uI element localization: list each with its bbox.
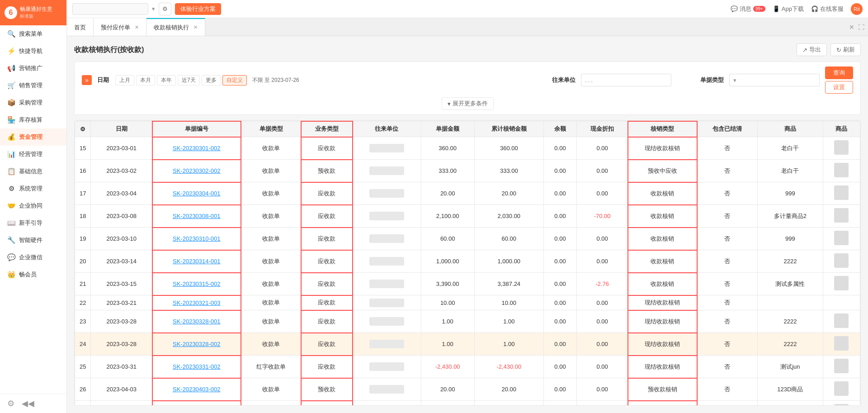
tab-expand[interactable]: ⛶: [858, 24, 864, 31]
product-thumbnail: [834, 336, 849, 351]
date-btn-last-month[interactable]: 上月: [115, 75, 134, 85]
cell-discount: -70.00: [576, 205, 627, 228]
bill-no-link[interactable]: SK-20230328-001: [173, 318, 221, 325]
bill-type-select[interactable]: ▾: [729, 74, 820, 86]
tab-collection-close[interactable]: ✕: [193, 24, 198, 30]
bill-no-link[interactable]: SK-20230321-003: [173, 299, 221, 306]
tab-prepayment[interactable]: 预付应付单 ✕: [94, 18, 146, 36]
refresh-button[interactable]: ↻ 刷新: [830, 43, 861, 56]
sidebar-item-7[interactable]: 📊经营管理: [0, 146, 66, 163]
cell-no: 27: [75, 401, 91, 406]
bill-no-link[interactable]: SK-20230314-001: [173, 258, 221, 265]
sidebar-icon-8: 📋: [7, 167, 15, 176]
cell-no: 15: [75, 137, 91, 160]
bill-no-link[interactable]: SK-20230310-001: [173, 235, 221, 242]
collapse-icon[interactable]: ◀◀: [22, 399, 34, 408]
page-content: 收款核销执行(按收款) ↗ 导出 ↻ 刷新 » 日期 上月 本月: [67, 36, 868, 413]
cell-balance: 0.00: [544, 228, 577, 250]
cell-discount: 0.00: [576, 137, 627, 160]
query-button[interactable]: 查询: [825, 66, 853, 79]
tab-home[interactable]: 首页: [67, 18, 94, 36]
date-btn-this-year[interactable]: 本年: [157, 75, 176, 85]
industry-btn[interactable]: 体验行业方案: [175, 3, 221, 15]
bill-no-link[interactable]: SK-20230403-002: [173, 386, 221, 393]
date-btn-custom[interactable]: 自定义: [222, 75, 247, 85]
sidebar-bottom: ⚙ ◀◀: [0, 394, 66, 413]
sidebar-icon-13: 💬: [7, 253, 15, 261]
sidebar-label-12: 智能硬件: [19, 236, 42, 244]
expand-more-btn[interactable]: ▾ 展开更多条件: [442, 97, 494, 110]
cell-bill-type: 收款单: [241, 295, 301, 310]
bill-no-link[interactable]: SK-20230301-002: [173, 145, 221, 152]
breadcrumb-input[interactable]: [72, 3, 148, 15]
sidebar-item-13[interactable]: 💬企业微信: [0, 249, 66, 266]
cell-verified: 60.00: [474, 228, 544, 250]
sidebar-item-4[interactable]: 📦采购管理: [0, 94, 66, 111]
bill-no-link[interactable]: SK-20230331-002: [173, 363, 221, 370]
sidebar-item-14[interactable]: 👑畅会员: [0, 266, 66, 283]
col-settings[interactable]: ⚙: [75, 121, 91, 137]
cell-product: 衣服00001: [758, 401, 823, 406]
filter-toggle-btn[interactable]: »: [82, 75, 92, 85]
cell-verified: 1,000.00: [474, 250, 544, 273]
bill-no-link[interactable]: SK-20230302-002: [173, 167, 221, 174]
cell-date: 2023-03-15: [91, 273, 152, 295]
user-avatar[interactable]: Rit: [851, 3, 863, 15]
sidebar-item-3[interactable]: 🛒销售管理: [0, 77, 66, 94]
cell-balance: 0.00: [544, 160, 577, 182]
bill-no-link[interactable]: SK-20230315-002: [173, 280, 221, 287]
cell-verify-type: 现结收款核销: [628, 356, 698, 378]
sidebar-icon-6: 💰: [7, 133, 15, 141]
table-row: 26 2023-04-03 SK-20230403-002 收款单 预收款 ██…: [75, 378, 860, 401]
table-header-row: ⚙ 日期 单据编号 单据类型 业务类型 往来单位 单据金额 累计核销金额 余额 …: [75, 121, 860, 137]
bill-no-link[interactable]: SK-20230308-001: [173, 213, 221, 219]
sidebar-item-0[interactable]: 🔍搜索菜单: [0, 25, 66, 43]
cell-biz-type: 应收款: [301, 333, 352, 356]
cell-no: 17: [75, 182, 91, 205]
date-btn-7days[interactable]: 近7天: [178, 75, 200, 85]
col-balance: 余额: [544, 121, 577, 137]
sidebar-item-10[interactable]: 🤝企业协同: [0, 197, 66, 214]
cell-product-img: [823, 356, 860, 378]
date-btn-this-month[interactable]: 本月: [136, 75, 155, 85]
sidebar-item-6[interactable]: 💰资金管理: [0, 128, 66, 146]
bill-no-link[interactable]: SK-20230328-002: [173, 341, 221, 347]
cell-bill-no: SK-20230310-001: [152, 228, 241, 250]
tab-collection[interactable]: 收款核销执行 ✕: [146, 18, 205, 36]
sidebar-item-12[interactable]: 🔧智能硬件: [0, 232, 66, 249]
sidebar-item-9[interactable]: ⚙系统管理: [0, 180, 66, 197]
partner-select[interactable]: ...: [581, 74, 671, 86]
settings-icon[interactable]: ⚙: [7, 399, 14, 408]
table-row: 19 2023-03-10 SK-20230310-001 收款单 应收款 ██…: [75, 228, 860, 250]
cell-product-img: [823, 228, 860, 250]
cell-discount: 0.00: [576, 182, 627, 205]
app-name: 畅康通好生意: [20, 6, 52, 13]
tab-prepayment-close[interactable]: ✕: [135, 24, 139, 30]
cell-partner: ████: [353, 273, 421, 295]
sidebar-item-8[interactable]: 📋基础信息: [0, 163, 66, 180]
export-button[interactable]: ↗ 导出: [797, 43, 827, 56]
messages-item[interactable]: 💬 消息 99+: [731, 5, 765, 13]
cell-balance: 0.00: [544, 182, 577, 205]
cell-product-img: [823, 273, 860, 295]
cell-included: 否: [697, 182, 757, 205]
cell-verify-type: 收款核销: [628, 182, 698, 205]
app-download-item[interactable]: 📱 App下载: [773, 5, 804, 13]
cell-included: 否: [697, 378, 757, 401]
sidebar-item-1[interactable]: ⚡快捷导航: [0, 43, 66, 60]
date-btn-more[interactable]: 更多: [202, 75, 221, 85]
sidebar-item-5[interactable]: 🏪库存核算: [0, 111, 66, 128]
sidebar-item-2[interactable]: 📢营销推广: [0, 60, 66, 77]
messages-badge: 99+: [753, 6, 765, 12]
online-service-item[interactable]: 🎧 在线客服: [811, 5, 844, 13]
gear-button[interactable]: ⚙: [159, 3, 171, 15]
tabbar-right: ✕ ⛶: [849, 24, 868, 31]
tab-close-all[interactable]: ✕: [849, 24, 854, 31]
bill-no-link[interactable]: SK-20230304-001: [173, 190, 221, 197]
sidebar-item-11[interactable]: 📖新手引导: [0, 214, 66, 232]
cell-discount: 0.00: [576, 250, 627, 273]
sidebar-icon-10: 🤝: [7, 202, 15, 210]
settings-button[interactable]: 设置: [825, 81, 853, 94]
cell-no: 20: [75, 250, 91, 273]
cell-bill-no: SK-20230315-002: [152, 273, 241, 295]
